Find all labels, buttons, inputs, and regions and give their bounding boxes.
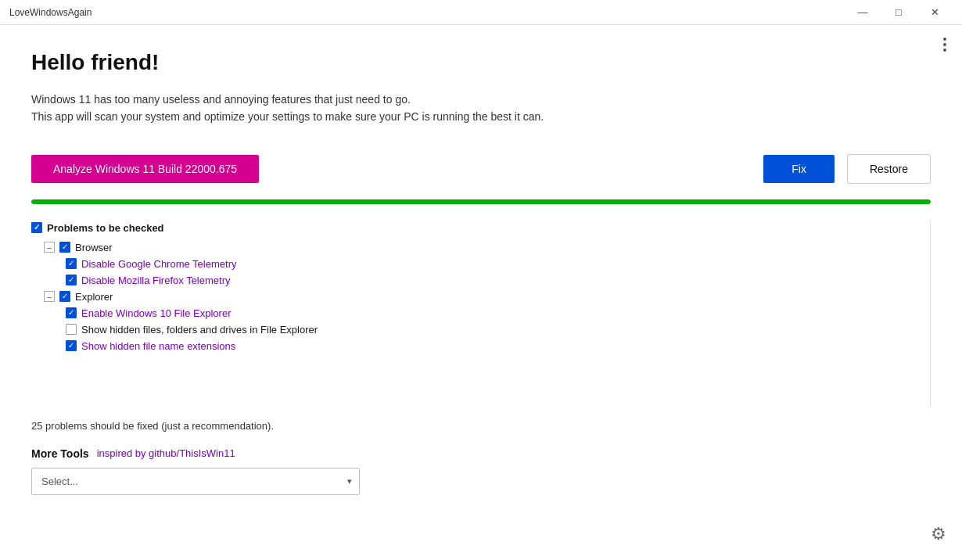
progress-bar-fill (31, 199, 931, 204)
root-label: Problems to be checked (47, 222, 164, 234)
summary-text: 25 problems should be fixed (just a reco… (31, 420, 931, 432)
settings-button[interactable]: ⚙ (931, 524, 946, 544)
list-item: ✓ Disable Mozilla Firefox Telemetry (31, 272, 930, 289)
win10-explorer-checkbox[interactable]: ✓ (66, 307, 77, 318)
hidden-files-checkbox[interactable] (66, 324, 77, 335)
firefox-telemetry-checkbox[interactable]: ✓ (66, 275, 77, 285)
chrome-telemetry-label[interactable]: Disable Google Chrome Telemetry (81, 258, 236, 270)
chrome-telemetry-checkbox[interactable]: ✓ (66, 258, 77, 269)
restore-button[interactable]: Restore (847, 154, 931, 184)
group-explorer: – ✓ Explorer (31, 289, 930, 305)
more-tools-select[interactable]: Select... (31, 468, 360, 495)
hidden-extensions-checkbox[interactable]: ✓ (66, 340, 77, 351)
explorer-label: Explorer (75, 291, 113, 303)
collapse-explorer-button[interactable]: – (44, 291, 55, 302)
hidden-files-label: Show hidden files, folders and drives in… (81, 324, 318, 336)
action-row: Analyze Windows 11 Build 22000.675 Fix R… (31, 154, 931, 184)
description-line2: This app will scan your system and optim… (31, 108, 931, 125)
hidden-extensions-label[interactable]: Show hidden file name extensions (81, 340, 235, 352)
browser-checkbox[interactable]: ✓ (59, 242, 70, 253)
three-dots-menu-button[interactable] (940, 34, 949, 55)
list-item: Show hidden files, folders and drives in… (31, 321, 930, 338)
window-controls: — □ ✕ (845, 0, 953, 25)
analyze-button[interactable]: Analyze Windows 11 Build 22000.675 (31, 155, 259, 183)
gear-icon: ⚙ (931, 524, 946, 544)
dot (943, 38, 946, 41)
description: Windows 11 has too many useless and anno… (31, 91, 931, 126)
root-checkbox[interactable]: ✓ (31, 222, 42, 233)
more-tools-select-wrap: Select... ▾ (31, 468, 360, 495)
progress-bar-container (31, 199, 931, 204)
win10-explorer-label[interactable]: Enable Windows 10 File Explorer (81, 307, 231, 319)
list-item: ✓ Enable Windows 10 File Explorer (31, 305, 930, 321)
problems-scroll-area[interactable]: ✓ Problems to be checked – ✓ Browser ✓ D… (31, 220, 931, 407)
description-line1: Windows 11 has too many useless and anno… (31, 91, 931, 108)
more-tools-label: More Tools (31, 447, 89, 460)
close-button[interactable]: ✕ (917, 0, 953, 25)
collapse-browser-button[interactable]: – (44, 242, 55, 253)
app-title: LoveWindowsAgain (9, 7, 92, 18)
titlebar: LoveWindowsAgain — □ ✕ (0, 0, 962, 25)
list-item: ✓ Show hidden file name extensions (31, 338, 930, 354)
main-content: Hello friend! Windows 11 has too many us… (0, 25, 962, 511)
root-item: ✓ Problems to be checked (31, 220, 930, 236)
explorer-checkbox[interactable]: ✓ (59, 291, 70, 302)
dot (943, 48, 946, 52)
firefox-telemetry-label[interactable]: Disable Mozilla Firefox Telemetry (81, 275, 231, 286)
minimize-button[interactable]: — (845, 0, 881, 25)
browser-label: Browser (75, 242, 113, 253)
fix-button[interactable]: Fix (763, 155, 835, 183)
list-item: ✓ Disable Google Chrome Telemetry (31, 256, 930, 272)
dot (943, 43, 946, 46)
page-title: Hello friend! (31, 50, 931, 75)
more-tools-row: More Tools inspired by github/ThisIsWin1… (31, 447, 931, 460)
more-tools-link[interactable]: inspired by github/ThisIsWin11 (97, 447, 235, 459)
maximize-button[interactable]: □ (881, 0, 917, 25)
group-browser: – ✓ Browser (31, 239, 930, 256)
